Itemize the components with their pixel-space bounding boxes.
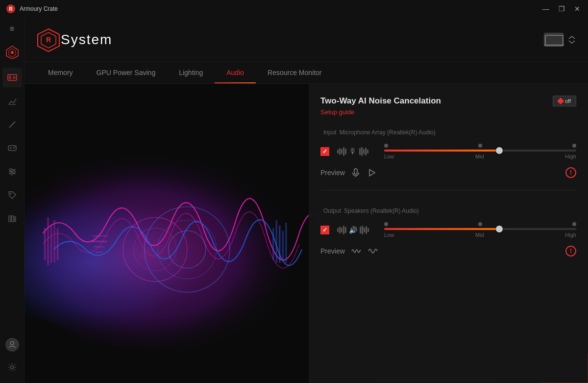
sidebar-item-rog	[2, 42, 22, 62]
input-slider-fill	[384, 150, 499, 152]
svg-rect-43	[57, 228, 58, 260]
input-slider-dots	[384, 144, 576, 148]
output-slider-thumb[interactable]	[496, 226, 503, 232]
svg-point-25	[11, 366, 14, 369]
svg-rect-29	[545, 35, 563, 45]
sidebar-item-sliders[interactable]	[2, 162, 22, 181]
input-slider-thumb[interactable]	[496, 147, 503, 154]
toggle-diamond-icon	[557, 98, 564, 104]
app-icon: R	[6, 4, 16, 14]
input-play-button[interactable]	[367, 168, 376, 178]
tab-audio[interactable]: Audio	[215, 62, 256, 83]
rog-logo: R	[36, 27, 61, 52]
output-slider-fill	[384, 228, 499, 230]
svg-rect-21	[9, 216, 11, 222]
svg-line-8	[9, 122, 15, 128]
expand-icon[interactable]	[567, 35, 576, 44]
output-mid-label: Mid	[475, 232, 484, 238]
input-slider-track[interactable]	[384, 150, 576, 152]
input-slider-labels: Low Mid High	[384, 153, 576, 159]
slider-dot-right	[572, 144, 576, 148]
input-checkbox[interactable]	[320, 147, 329, 156]
tab-gpu-power[interactable]: GPU Power Saving	[85, 62, 168, 83]
svg-text:R: R	[46, 36, 51, 44]
close-button[interactable]: ✕	[572, 5, 582, 13]
toggle-off-label: off	[565, 98, 571, 104]
sidebar-item-slash[interactable]	[2, 115, 22, 134]
svg-rect-47	[282, 231, 284, 260]
input-device-name: Microphone Array (Realtek(R) Audio)	[340, 129, 436, 136]
titlebar: R Armoury Crate — ❐ ✕	[0, 0, 588, 18]
sidebar-menu-icon[interactable]: ≡	[5, 22, 20, 36]
input-mid-label: Mid	[475, 153, 484, 159]
svg-point-12	[13, 148, 14, 149]
svg-point-13	[14, 147, 15, 148]
sidebar-item-controller[interactable]	[2, 138, 22, 158]
header-right	[544, 33, 576, 47]
tab-resource[interactable]: Resource Monitor	[256, 62, 334, 83]
input-slider-container: Low Mid High	[384, 144, 576, 159]
sidebar-item-settings[interactable]	[2, 357, 22, 377]
sidebar-item-library[interactable]	[2, 209, 22, 229]
app-layout: ≡	[0, 18, 588, 383]
header-title: System	[61, 32, 112, 48]
output-info-icon[interactable]: !	[565, 246, 576, 256]
sidebar-item-tag[interactable]	[2, 185, 22, 205]
svg-rect-53	[354, 169, 357, 174]
svg-rect-40	[47, 217, 49, 265]
output-slider-track[interactable]	[384, 228, 576, 230]
noise-cancel-toggle[interactable]: off	[553, 96, 576, 106]
output-waveform: 🔊	[337, 226, 376, 234]
output-dot-right	[572, 222, 576, 226]
svg-rect-46	[279, 226, 280, 263]
output-preview-label: Preview	[320, 247, 345, 255]
svg-point-18	[12, 171, 15, 173]
svg-point-20	[10, 193, 11, 195]
sidebar-avatar[interactable]	[5, 338, 19, 352]
input-waveform: 🎙	[337, 147, 376, 156]
output-slider-dots	[384, 222, 576, 226]
svg-rect-44	[272, 228, 274, 260]
input-mic-button[interactable]	[351, 168, 361, 178]
sidebar-item-gaming[interactable]	[2, 68, 22, 87]
svg-point-4	[11, 51, 14, 54]
output-dot-left	[384, 222, 388, 226]
output-label: OutputSpeakers (Realtek(R) Audio)	[320, 206, 576, 214]
content-area: R System Memory GPU Power Saving	[24, 18, 588, 383]
output-wave-button[interactable]	[351, 246, 362, 256]
svg-rect-48	[285, 223, 287, 263]
svg-point-17	[9, 169, 12, 171]
tab-lighting[interactable]: Lighting	[167, 62, 215, 83]
sidebar-bottom	[2, 338, 22, 379]
svg-rect-22	[12, 216, 14, 222]
svg-marker-55	[369, 170, 375, 176]
device-icon[interactable]	[544, 33, 564, 47]
svg-point-24	[10, 342, 14, 345]
svg-rect-42	[53, 220, 55, 263]
maximize-button[interactable]: ❐	[557, 5, 566, 13]
input-info-icon[interactable]: !	[565, 167, 576, 178]
window-controls: — ❐ ✕	[541, 5, 582, 13]
audio-visualizer	[24, 84, 328, 383]
header: R System	[24, 18, 588, 62]
output-high-label: High	[565, 232, 576, 238]
noise-cancel-title: Two-Way AI Noise Cancelation	[320, 96, 441, 106]
slider-dot-left	[384, 144, 388, 148]
sidebar-item-performance[interactable]	[2, 91, 22, 111]
svg-rect-45	[276, 220, 277, 263]
output-wave2-button[interactable]	[368, 246, 378, 256]
output-slider-labels: Low Mid High	[384, 232, 576, 238]
input-low-label: Low	[384, 153, 394, 159]
svg-point-7	[13, 77, 15, 78]
svg-point-19	[10, 173, 13, 175]
output-section: OutputSpeakers (Realtek(R) Audio)	[320, 206, 576, 256]
svg-rect-41	[50, 226, 52, 263]
svg-rect-39	[44, 228, 46, 260]
tab-memory[interactable]: Memory	[36, 62, 85, 83]
svg-rect-6	[9, 76, 11, 79]
minimize-button[interactable]: —	[541, 5, 551, 13]
input-label: InputMicrophone Array (Realtek(R) Audio)	[320, 128, 576, 136]
output-checkbox[interactable]	[320, 226, 329, 234]
audio-panel: Two-Way AI Noise Cancelation off Setup g…	[309, 84, 588, 383]
setup-guide-link[interactable]: Setup guide	[320, 108, 576, 116]
